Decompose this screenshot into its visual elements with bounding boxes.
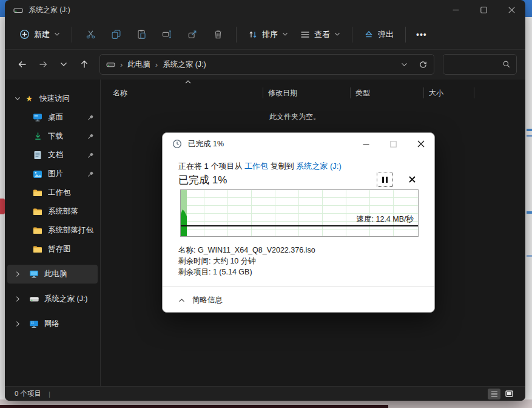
sidebar-item-label: 网络 <box>44 319 98 329</box>
breadcrumb-separator: › <box>120 60 123 69</box>
speed-label: 速度: 12.4 MB/秒 <box>357 214 414 225</box>
dialog-titlebar[interactable]: 已完成 1% <box>163 133 434 155</box>
sidebar-item-drive-j[interactable]: 系统之家 (J:) <box>7 290 98 308</box>
column-header-size[interactable]: 大小 <box>424 85 474 101</box>
eject-icon <box>364 30 374 39</box>
address-row: › 此电脑 › 系统之家 (J:) <box>5 50 525 79</box>
back-icon[interactable] <box>13 55 32 73</box>
file-name-line: 名称: G_WIN11_X64_Q8_V2022.376.iso <box>178 245 315 256</box>
chart-gridlines <box>181 190 418 236</box>
sidebar-item-quick-access[interactable]: ★ 快速访问 <box>7 89 98 108</box>
paste-icon[interactable] <box>129 24 154 45</box>
sidebar-item-label: 系统部落 <box>48 206 98 217</box>
background-fragment <box>527 135 532 137</box>
column-header-date-modified[interactable]: 修改日期 <box>263 85 350 101</box>
refresh-icon[interactable] <box>419 60 428 69</box>
column-header-name[interactable]: 名称 <box>101 85 263 101</box>
window-title: 系统之家 (J:) <box>29 5 70 15</box>
copy-source-link[interactable]: 工作包 <box>244 162 268 171</box>
sidebar-item-label: 系统部落打包 <box>48 225 98 236</box>
delete-icon[interactable] <box>205 24 231 45</box>
sidebar-item-documents[interactable]: 文档 <box>7 146 98 165</box>
chart-baseline <box>181 225 418 226</box>
chevron-up-icon <box>178 298 185 302</box>
share-icon[interactable] <box>180 24 205 45</box>
pictures-icon <box>32 170 44 178</box>
view-icon <box>300 30 310 39</box>
chevron-right-icon[interactable] <box>12 321 23 327</box>
sidebar-item-this-pc[interactable]: 此电脑 <box>7 265 98 284</box>
up-icon[interactable] <box>75 55 93 73</box>
recent-locations-icon[interactable] <box>55 55 73 73</box>
details-view-icon[interactable] <box>488 389 500 399</box>
breadcrumb-this-pc[interactable]: 此电脑 <box>127 59 150 70</box>
items-count: 0 个项目 <box>15 389 41 398</box>
search-box[interactable] <box>443 54 517 75</box>
copy-description: 正在将 1 个项目从 工作包 复制到 系统之家 (J:) <box>178 161 342 172</box>
dialog-divider <box>163 286 434 287</box>
folder-icon <box>32 226 44 234</box>
pause-button[interactable] <box>377 172 393 187</box>
column-separator[interactable] <box>474 87 474 98</box>
view-button[interactable]: 查看 <box>294 25 346 44</box>
address-bar[interactable]: › 此电脑 › 系统之家 (J:) <box>99 54 434 75</box>
desktop-icon <box>32 113 44 122</box>
transfer-speed-chart: 速度: 12.4 MB/秒 <box>180 189 419 237</box>
cut-icon[interactable] <box>78 24 103 45</box>
sidebar-item-downloads[interactable]: 下载 <box>7 127 98 146</box>
sidebar-item-folder-zancuntu[interactable]: 暂存图 <box>7 240 98 259</box>
toolbar-divider <box>236 27 237 42</box>
sidebar-item-label: 此电脑 <box>44 269 98 279</box>
sidebar-item-folder-xitongbuluo-dabao[interactable]: 系统部落打包 <box>7 221 98 240</box>
toolbar-divider <box>405 27 406 42</box>
copy-description-prefix: 正在将 1 个项目从 <box>178 162 242 171</box>
this-pc-icon <box>28 270 40 279</box>
copy-icon[interactable] <box>103 24 129 45</box>
search-input[interactable] <box>449 60 502 69</box>
new-button[interactable]: 新建 <box>13 25 66 44</box>
icons-view-icon[interactable] <box>503 389 516 399</box>
eject-button[interactable]: 弹出 <box>358 25 400 44</box>
folder-icon <box>32 189 44 197</box>
cancel-copy-icon[interactable] <box>405 172 419 187</box>
more-options-icon[interactable]: ••• <box>411 30 432 39</box>
column-header-type[interactable]: 类型 <box>351 85 423 101</box>
close-icon[interactable] <box>407 133 434 155</box>
chevron-down-icon <box>334 32 340 36</box>
toolbar-divider <box>72 27 72 42</box>
maximize-icon[interactable] <box>470 0 497 19</box>
sort-icon <box>248 30 258 39</box>
sidebar-item-desktop[interactable]: 桌面 <box>7 108 98 127</box>
background-window-sliver-right <box>525 17 532 399</box>
sidebar-item-label: 图片 <box>48 169 84 179</box>
drive-icon <box>28 295 40 303</box>
sort-button[interactable]: 排序 <box>242 25 294 44</box>
forward-icon[interactable] <box>34 55 52 73</box>
pause-icon <box>382 177 384 183</box>
column-header-row: 名称 修改日期 类型 大小 <box>101 85 525 101</box>
close-icon[interactable] <box>497 0 525 19</box>
sidebar-item-network[interactable]: 网络 <box>7 314 98 333</box>
sidebar-item-pictures[interactable]: 图片 <box>7 165 98 183</box>
clock-icon <box>172 139 182 149</box>
minimize-icon[interactable] <box>442 0 470 19</box>
chevron-down-icon[interactable] <box>12 97 23 101</box>
minimize-icon[interactable] <box>352 133 380 155</box>
copy-destination-link[interactable]: 系统之家 (J:) <box>296 162 341 171</box>
sidebar-item-folder-xitongbuluo[interactable]: 系统部落 <box>7 202 98 221</box>
plus-circle-icon <box>19 29 30 39</box>
sidebar-item-label: 工作包 <box>48 188 98 198</box>
address-dropdown-icon[interactable] <box>401 63 408 67</box>
chevron-down-icon <box>54 32 60 36</box>
sidebar-item-label: 下载 <box>48 131 84 141</box>
window-titlebar[interactable]: 系统之家 (J:) <box>5 0 525 19</box>
chevron-right-icon[interactable] <box>12 296 23 302</box>
sidebar-item-label: 系统之家 (J:) <box>44 294 98 304</box>
sidebar-item-folder-gongzuobao[interactable]: 工作包 <box>7 183 98 202</box>
fewer-details-toggle[interactable]: 简略信息 <box>178 292 223 308</box>
breadcrumb-separator: › <box>155 60 158 69</box>
breadcrumb-drive[interactable]: 系统之家 (J:) <box>163 59 206 70</box>
chevron-right-icon[interactable] <box>12 271 23 277</box>
rename-icon[interactable] <box>154 24 180 45</box>
navigation-pane: ★ 快速访问 桌面 下载 文档 <box>5 80 101 386</box>
